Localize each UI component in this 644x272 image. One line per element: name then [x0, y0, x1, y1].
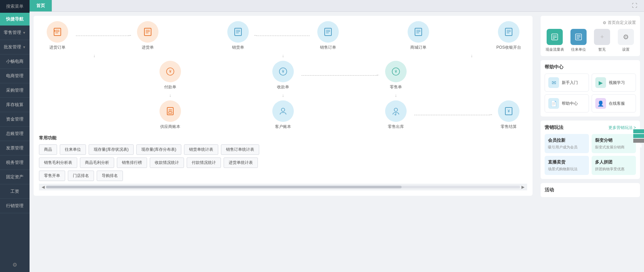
func-btn-stock-dist[interactable]: 现存量(库存分布表)	[136, 144, 181, 155]
marketing-section: 营销玩法 更多营销玩法 > 会员拉新 吸引用户成为会员 裂变分销 裂变式发展分销…	[541, 121, 640, 179]
sidebar-item-assets[interactable]: 固定资产	[0, 170, 30, 184]
shortcut-cashflow[interactable]: 现金流量表	[545, 29, 565, 52]
activity-section: 活动	[541, 183, 640, 197]
marketing-fission[interactable]: 裂变分销 裂变式发展分销商	[592, 134, 636, 153]
flow-node-shop-order[interactable]: 商城订单	[400, 21, 437, 50]
help-item-docs[interactable]: 📄 帮助中心	[545, 94, 589, 112]
sidebar-item-finance[interactable]: 资金管理	[0, 112, 30, 127]
flow-row-2: ¥ 付款单 ¥ 收款单	[39, 61, 527, 90]
func-btn-retail-order[interactable]: 零售开单	[39, 171, 65, 181]
float-btn-desktop[interactable]: 桌面快捷	[633, 139, 644, 143]
sidebar-item-marketing[interactable]: 行销管理	[0, 199, 30, 213]
down-arrows-row-1: ↓ ↓ ↓	[39, 53, 527, 58]
func-row-1: 商品 往来单位 现存量(库存状况表) 现存量(库存分布表) 销货单统计表 销售订…	[39, 144, 527, 155]
svg-point-34	[281, 108, 285, 111]
marketing-more-link[interactable]: 更多营销玩法 >	[608, 125, 636, 131]
sidebar-item-wholesale[interactable]: 批发管理▼	[0, 40, 30, 54]
right-panel: ⚙ 首页自定义设置 现金流量表 往来单位	[537, 12, 644, 272]
func-btn-goods[interactable]: 商品	[39, 144, 57, 155]
activity-title: 活动	[545, 187, 636, 193]
shortcut-settings[interactable]: ⚙ 设置	[616, 29, 636, 52]
float-btn-hotline[interactable]: 客服热线	[633, 129, 644, 133]
fullscreen-button[interactable]: ⛶	[629, 1, 640, 10]
func-btn-sales-order-stat[interactable]: 销售订单统计表	[221, 144, 259, 155]
sidebar-item-invoice[interactable]: 发票管理	[0, 141, 30, 155]
flow-arrow-2	[257, 36, 310, 36]
flow-node-retail-settle[interactable]: ¥ 零售结算	[490, 100, 527, 130]
main-area: 首页 ⛶ 进货订单	[30, 0, 644, 272]
sidebar-item-purchase[interactable]: 采购管理	[0, 83, 30, 98]
marketing-live[interactable]: 直播卖货 场景式购物新玩法	[545, 156, 589, 175]
flow-node-customer-book[interactable]: 客户账本	[265, 100, 302, 130]
scroll-thumb[interactable]	[46, 186, 402, 188]
func-btn-store-rank[interactable]: 门店排名	[68, 171, 94, 181]
func-btn-receipt-stat[interactable]: 收款情况统计	[150, 157, 184, 168]
sidebar-item-inventory[interactable]: 库存核算	[0, 98, 30, 112]
scroll-container: ◀ ▶	[39, 184, 527, 190]
func-btn-payment-stat[interactable]: 付款情况统计	[187, 157, 221, 168]
quick-nav-card: 进货订单 进货单	[34, 16, 533, 196]
marketing-group[interactable]: 多人拼团 拼团购物享受优惠	[592, 156, 636, 175]
flow-arrow-3	[414, 115, 490, 115]
func-btn-contacts[interactable]: 往来单位	[60, 144, 86, 155]
sidebar-item-payroll[interactable]: 工资	[0, 184, 30, 199]
svg-rect-12	[325, 28, 331, 36]
float-btn-community[interactable]: 服务社区	[633, 134, 644, 138]
sidebar-item-ecom-mgmt[interactable]: 电商管理	[0, 69, 30, 83]
floating-buttons: 客服热线 服务社区 桌面快捷	[633, 129, 644, 143]
down-arrows-row-2: ↓ ↓ ↓	[39, 93, 527, 98]
flow-node-supplier-book[interactable]: 供应商账本	[152, 100, 189, 130]
svg-rect-8	[235, 28, 241, 36]
common-funcs-title: 常用功能	[39, 135, 527, 141]
func-btn-purchase-stat[interactable]: 进货单统计表	[224, 157, 258, 168]
flow-node-purchase[interactable]: 进货单	[129, 21, 166, 50]
help-title: 帮助中心	[545, 64, 636, 70]
scroll-right-btn[interactable]: ▶	[520, 185, 526, 189]
flow-node-retail-out[interactable]: 零售出库	[377, 100, 414, 130]
help-section: 帮助中心 ✉ 新手入门 ▶ 视频学习 📄 帮助中心 👤	[541, 60, 640, 117]
svg-rect-40	[552, 34, 558, 40]
func-btn-sales-rank[interactable]: 销售排行榜	[117, 157, 147, 168]
marketing-grid: 会员拉新 吸引用户成为会员 裂变分销 裂变式发展分销商 直播卖货 场景式购物新玩…	[545, 134, 636, 175]
shortcuts-section: ⚙ 首页自定义设置 现金流量表 往来单位	[541, 16, 640, 56]
svg-rect-16	[415, 28, 422, 36]
flow-node-sales-order[interactable]: 销售订单	[310, 21, 347, 50]
scroll-track[interactable]	[46, 186, 520, 188]
func-btn-sales-profit[interactable]: 销售毛利分析表	[39, 157, 77, 168]
sidebar-item-ecom-small[interactable]: 小畅电商	[0, 54, 30, 69]
shortcut-none[interactable]: + 暂无	[592, 29, 612, 52]
flow-node-receipt[interactable]: ¥ 收款单	[265, 61, 302, 90]
help-item-beginner[interactable]: ✉ 新手入门	[545, 74, 589, 92]
func-btn-sales-stat[interactable]: 销货单统计表	[184, 144, 218, 155]
flow-node-payment[interactable]: ¥ 付款单	[152, 61, 189, 90]
func-btn-stock-status[interactable]: 现存量(库存状况表)	[89, 144, 134, 155]
sidebar-search[interactable]: 搜索菜单	[0, 0, 30, 13]
sidebar-nav-title: 快捷导航	[0, 13, 30, 26]
svg-text:¥: ¥	[395, 69, 397, 74]
sidebar-settings-icon[interactable]: ⚙	[0, 258, 30, 272]
flow-node-sales[interactable]: 销货单	[220, 21, 257, 50]
func-btn-guide-rank[interactable]: 导购排名	[97, 171, 123, 181]
scroll-left-btn[interactable]: ◀	[40, 185, 46, 189]
flow-node-purchase-order[interactable]: 进货订单	[39, 21, 76, 50]
func-row-2: 销售毛利分析表 商品毛利分析 销售排行榜 收款情况统计 付款情况统计 进货单统计…	[39, 157, 527, 168]
sidebar-item-retail[interactable]: 零售管理▼	[0, 26, 30, 40]
shortcut-contacts[interactable]: 往来单位	[568, 29, 589, 52]
svg-rect-0	[54, 28, 61, 36]
sidebar-item-ledger[interactable]: 总账管理	[0, 127, 30, 141]
shortcuts-config-btn[interactable]: ⚙ 首页自定义设置	[603, 20, 636, 26]
flow-row-3: 供应商账本 客户账本	[39, 100, 527, 130]
svg-rect-4	[144, 28, 151, 36]
left-panel: 进货订单 进货单	[30, 12, 537, 272]
flow-node-retail[interactable]: ¥ 零售单	[377, 61, 414, 90]
sidebar: 搜索菜单 快捷导航 零售管理▼ 批发管理▼ 小畅电商 电商管理 采购管理 库存核…	[0, 0, 30, 272]
flow-diagram: 进货订单 进货单	[39, 21, 527, 130]
svg-rect-33	[169, 112, 172, 114]
marketing-member[interactable]: 会员拉新 吸引用户成为会员	[545, 134, 589, 153]
sidebar-item-tax[interactable]: 税务管理	[0, 155, 30, 170]
func-btn-goods-profit[interactable]: 商品毛利分析	[80, 157, 114, 168]
help-item-support[interactable]: 👤 在线客服	[592, 94, 636, 112]
flow-node-pos[interactable]: POS收银开台	[490, 21, 527, 50]
tab-home[interactable]: 首页	[30, 0, 52, 11]
help-item-video[interactable]: ▶ 视频学习	[592, 74, 636, 92]
